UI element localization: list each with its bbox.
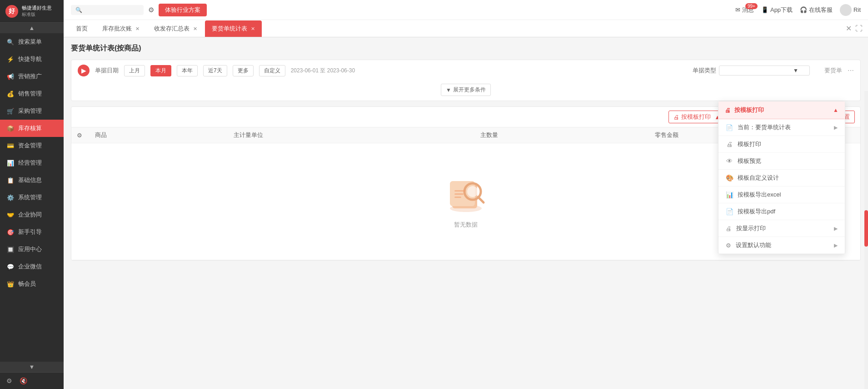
select-chevron-icon: ▼	[793, 67, 798, 74]
purchase-icon: 🛒	[6, 107, 15, 115]
online-service-btn[interactable]: 🎧 在线客服	[800, 6, 833, 14]
dropdown-header[interactable]: 🖨 按模板打印 ▲	[718, 101, 845, 119]
sidebar-item-label: 营销推广	[18, 72, 42, 81]
print-template-btn[interactable]: 🖨 按模板打印 ▲	[668, 111, 725, 123]
topbar-left: 🔍 ⚙ 体验行业方案	[71, 4, 207, 16]
display-print-chevron: ▶	[834, 226, 838, 232]
template-print-label: 模板打印	[738, 140, 761, 148]
tab-batch-account-close[interactable]: ✕	[135, 26, 140, 32]
basic-icon: 📋	[6, 176, 15, 184]
sidebar-item-finance[interactable]: 💳 资金管理	[0, 137, 64, 154]
member-icon: 👑	[6, 280, 15, 288]
date-btn-prev-month[interactable]: 上月	[124, 65, 145, 76]
svg-point-4	[467, 186, 478, 197]
sidebar-item-marketing[interactable]: 📢 营销推广	[0, 68, 64, 85]
date-range-text: 2023-06-01 至 2023-06-30	[291, 67, 355, 75]
topbar-gear-icon[interactable]: ⚙	[148, 6, 154, 14]
dropdown-template-print[interactable]: 🖨 模板打印	[718, 136, 845, 153]
system-icon: ⚙️	[6, 193, 15, 202]
settings-footer-icon[interactable]: ⚙	[6, 377, 12, 384]
sidebar-item-operation[interactable]: 📊 经营管理	[0, 154, 64, 172]
sidebar-item-guide[interactable]: 🎯 新手引导	[0, 223, 64, 241]
sidebar-item-label: 库存核算	[18, 124, 42, 132]
sidebar-item-member[interactable]: 👑 畅会员	[0, 275, 64, 293]
scroll-up-btn[interactable]: ▲	[0, 23, 64, 33]
tab-order-stats-close[interactable]: ✕	[251, 26, 255, 32]
dropdown-template-preview[interactable]: 👁 模板预览	[718, 153, 845, 170]
filter-toggle-btn[interactable]: ▶	[78, 65, 90, 76]
sidebar-item-label: 企业协同	[18, 211, 42, 219]
sidebar-item-label: 销售管理	[18, 90, 42, 98]
sidebar-item-collab[interactable]: 🤝 企业协同	[0, 206, 64, 223]
date-btn-current-year[interactable]: 本年	[177, 65, 198, 76]
sidebar-item-label: 畅会员	[18, 280, 36, 288]
tab-receipt-summary-label: 收发存汇总表	[154, 25, 190, 33]
search-nav-icon: 🔍	[6, 38, 15, 46]
app-download-btn[interactable]: 📱 App下载	[761, 6, 793, 14]
dropdown-display-print[interactable]: 🖨 按显示打印 ▶	[718, 220, 845, 237]
dropdown-template-design[interactable]: 🎨 模板自定义设计	[718, 170, 845, 187]
date-btn-last-7-days[interactable]: 近7天	[203, 65, 227, 76]
maximize-window-btn[interactable]: ⛶	[855, 25, 863, 33]
date-btn-custom[interactable]: 自定义	[259, 65, 285, 76]
col-unit: 主计量单位	[228, 127, 475, 143]
online-service-icon: 🎧	[800, 6, 807, 13]
dropdown-current-item[interactable]: 📄 当前：要货单统计表 ▶	[718, 119, 845, 136]
sidebar-item-search[interactable]: 🔍 搜索菜单	[0, 33, 64, 51]
scrollbar-thumb[interactable]	[864, 210, 868, 247]
message-badge: 99+	[745, 3, 758, 9]
template-design-icon: 🎨	[726, 174, 733, 182]
tab-receipt-summary[interactable]: 收发存汇总表 ✕	[147, 20, 204, 37]
guide-icon: 🎯	[6, 228, 15, 236]
marketing-icon: 📢	[6, 72, 15, 81]
tab-batch-account-label: 库存批次账	[102, 25, 132, 33]
date-btn-more[interactable]: 更多	[233, 65, 254, 76]
user-avatar-btn[interactable]: Rit	[840, 4, 861, 16]
message-icon: ✉	[735, 6, 740, 13]
empty-illustration	[441, 174, 491, 215]
dropdown-set-default[interactable]: ⚙ 设置默认功能 ▶	[718, 237, 845, 254]
tab-receipt-summary-close[interactable]: ✕	[193, 26, 197, 32]
template-print-icon: 🖨	[726, 141, 733, 148]
dropdown-current-arrow: ▶	[834, 125, 838, 131]
svg-line-5	[478, 197, 484, 202]
template-excel-label: 按模板导出excel	[738, 191, 781, 199]
scroll-down-btn[interactable]: ▼	[0, 362, 64, 372]
sidebar-item-basic[interactable]: 📋 基础信息	[0, 172, 64, 189]
dropdown-current-label: 当前：要货单统计表	[738, 123, 791, 131]
empty-state-text: 暂无数据	[454, 221, 478, 229]
sidebar-item-system[interactable]: ⚙️ 系统管理	[0, 189, 64, 206]
topbar-search-box[interactable]: 🔍	[71, 5, 144, 15]
message-btn[interactable]: ✉ 消息 99+	[735, 6, 754, 14]
more-actions-icon[interactable]: ⋯	[848, 67, 854, 74]
dropdown-close-chevron[interactable]: ▲	[833, 107, 838, 113]
topbar: 🔍 ⚙ 体验行业方案 ✉ 消息 99+ 📱 App下载 🎧 在线客服 Ri	[64, 0, 868, 20]
expand-more-btn[interactable]: ▼ 展开更多条件	[441, 84, 491, 96]
app-version: 标准版	[22, 11, 52, 18]
app-name: 畅捷通好生意	[22, 5, 52, 11]
dropdown-template-excel[interactable]: 📊 按模板导出excel	[718, 187, 845, 203]
sidebar-item-purchase[interactable]: 🛒 采购管理	[0, 102, 64, 120]
sidebar-item-app-center[interactable]: 🔲 应用中心	[0, 241, 64, 258]
date-btn-current-month[interactable]: 本月	[150, 65, 171, 76]
tab-home[interactable]: 首页	[69, 20, 95, 37]
sidebar-item-quick-nav[interactable]: ⚡ 快捷导航	[0, 51, 64, 68]
close-window-btn[interactable]: ✕	[846, 24, 852, 33]
order-type-select[interactable]: ▼	[719, 66, 810, 76]
svg-rect-7	[454, 193, 464, 195]
right-scrollbar[interactable]	[864, 91, 868, 389]
tab-batch-account[interactable]: 库存批次账 ✕	[95, 20, 146, 37]
col-settings[interactable]: ⚙	[71, 127, 90, 143]
page-title: 要货单统计表(按商品)	[71, 44, 861, 53]
tab-order-stats[interactable]: 要货单统计表 ✕	[205, 20, 262, 37]
audio-footer-icon[interactable]: 🔇	[20, 377, 27, 384]
col-goods: 商品	[90, 127, 228, 143]
set-default-chevron: ▶	[834, 242, 838, 248]
sidebar-footer: ⚙ 🔇	[0, 372, 64, 389]
sidebar-item-wechat[interactable]: 💬 企业微信	[0, 258, 64, 275]
trial-btn[interactable]: 体验行业方案	[159, 4, 207, 16]
dropdown-template-pdf[interactable]: 📄 按模板导出pdf	[718, 203, 845, 220]
sidebar-item-inventory[interactable]: 📦 库存核算	[0, 120, 64, 137]
template-pdf-label: 按模板导出pdf	[738, 207, 775, 216]
sidebar-item-sales[interactable]: 💰 销售管理	[0, 85, 64, 102]
